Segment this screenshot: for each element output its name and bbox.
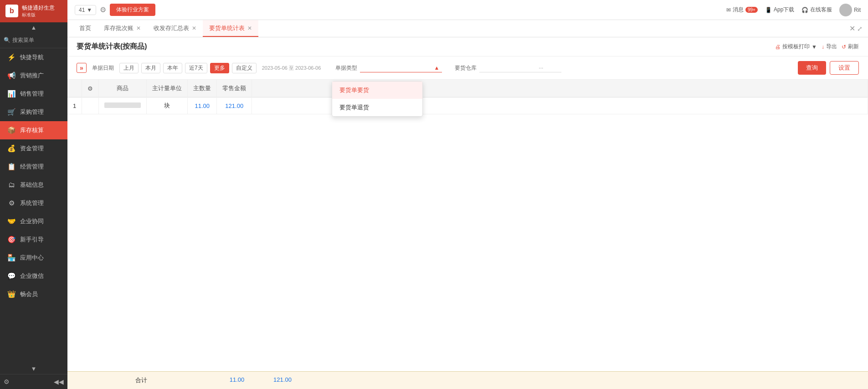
col-product: 商品 — [99, 80, 147, 97]
warehouse-label: 要货仓库 — [455, 64, 477, 72]
topbar-right: ✉ 消息 99+ 📱 App下载 🎧 在线客服 Rit — [726, 4, 861, 16]
date-btn-this-month[interactable]: 本月 — [141, 63, 160, 73]
type-select-chevron-up: ▲ — [434, 65, 439, 71]
col-amount: 零售金额 — [217, 80, 252, 97]
type-dropdown: 要货单要货 要货单退货 — [332, 81, 423, 117]
print-icon: 🖨 — [775, 44, 781, 50]
sidebar-item-purchase[interactable]: 🛒 采购管理 — [0, 103, 67, 121]
close-all-icon: ✕ — [849, 24, 855, 33]
main-content: 41 ▼ ⚙ 体验行业方案 ✉ 消息 99+ 📱 App下载 🎧 在线客服 R — [67, 0, 868, 389]
col-quantity: 主数量 — [188, 80, 217, 97]
filter-warehouse: 要货仓库 ··· — [455, 64, 561, 72]
service-icon: 🎧 — [801, 7, 808, 13]
member-icon: 👑 — [7, 290, 15, 298]
sidebar-item-sales[interactable]: 📊 销售管理 — [0, 85, 67, 103]
footer-label: 合计 — [114, 376, 169, 384]
cell-unit: 块 — [147, 97, 188, 114]
page-actions: 🖨 按模板打印 ▼ ↓ 导出 ↺ 刷新 — [775, 43, 859, 51]
page-title: 要货单统计表(按商品) — [77, 42, 147, 51]
refresh-icon: ↺ — [842, 44, 846, 50]
refresh-button[interactable]: ↺ 刷新 — [842, 43, 859, 51]
footer-settings-spacer — [96, 376, 114, 384]
online-service-button[interactable]: 🎧 在线客服 — [801, 6, 832, 14]
app-name: 畅捷通好生意 标准版 — [22, 5, 55, 18]
tab-batch-account[interactable]: 库存批次账 ✕ — [98, 20, 147, 37]
app-download-button[interactable]: 📱 App下载 — [765, 6, 794, 14]
footer-num-spacer — [73, 376, 96, 384]
query-button[interactable]: 查询 — [798, 61, 826, 75]
footer-row: 合计 11.00 121.00 — [73, 376, 863, 384]
sidebar-item-basic[interactable]: 🗂 基础信息 — [0, 176, 67, 194]
sidebar-item-guide[interactable]: 🎯 新手引导 — [0, 230, 67, 249]
sidebar-item-wechat[interactable]: 💬 企业微信 — [0, 267, 67, 285]
topbar: 41 ▼ ⚙ 体验行业方案 ✉ 消息 99+ 📱 App下载 🎧 在线客服 R — [67, 0, 868, 20]
quick-nav-icon: ⚡ — [7, 53, 15, 61]
appstore-icon: 🏪 — [7, 254, 15, 262]
sidebar-nav: ⚡ 快捷导航 📢 营销推广 📊 销售管理 🛒 采购管理 📦 库存核算 💰 资金管… — [0, 48, 67, 363]
tab-close-order[interactable]: ✕ — [247, 25, 252, 31]
tab-close-batch[interactable]: ✕ — [136, 25, 141, 31]
page-header: 要货单统计表(按商品) 🖨 按模板打印 ▼ ↓ 导出 ↺ 刷新 — [67, 37, 868, 56]
date-range-text: 2023-05-06 至 2023-06-06 — [262, 65, 321, 72]
sidebar: b 畅捷通好生意 标准版 ▲ 🔍 搜索菜单 ⚡ 快捷导航 📢 营销推广 📊 销售… — [0, 0, 67, 389]
sidebar-item-quick-nav[interactable]: ⚡ 快捷导航 — [0, 48, 67, 67]
date-btn-custom[interactable]: 自定义 — [232, 63, 257, 73]
maximize-icon: ⤢ — [857, 25, 863, 32]
sidebar-item-finance[interactable]: 💰 资金管理 — [0, 139, 67, 158]
sidebar-scroll-up[interactable]: ▲ — [0, 22, 67, 33]
sidebar-header: b 畅捷通好生意 标准版 — [0, 0, 67, 22]
logo-icon: b — [5, 5, 18, 17]
tab-order-summary[interactable]: 要货单统计表 ✕ — [203, 20, 258, 37]
sidebar-scroll-down[interactable]: ▼ — [0, 363, 67, 374]
chevron-down-icon: ▼ — [87, 7, 92, 13]
export-button[interactable]: ↓ 导出 — [822, 43, 837, 51]
date-btn-prev-month[interactable]: 上月 — [119, 63, 139, 73]
col-settings[interactable]: ⚙ — [82, 80, 99, 97]
date-btn-7days[interactable]: 近7天 — [185, 63, 207, 73]
set-button[interactable]: 设置 — [830, 61, 859, 75]
sidebar-item-inventory[interactable]: 📦 库存核算 — [0, 121, 67, 139]
type-select[interactable]: ▲ — [360, 64, 442, 72]
basic-icon: 🗂 — [7, 181, 15, 189]
sidebar-item-appstore[interactable]: 🏪 应用中心 — [0, 249, 67, 267]
trial-button[interactable]: 体验行业方案 — [110, 4, 155, 16]
cell-settings — [82, 97, 99, 114]
user-avatar[interactable]: Rit — [839, 4, 861, 16]
print-button[interactable]: 🖨 按模板打印 ▼ — [775, 43, 817, 51]
sidebar-search[interactable]: 🔍 搜索菜单 — [0, 33, 67, 48]
date-filters: 上月 本月 本年 近7天 更多 自定义 — [119, 63, 257, 73]
date-btn-this-year[interactable]: 本年 — [163, 63, 182, 73]
tab-receive-summary[interactable]: 收发存汇总表 ✕ — [147, 20, 203, 37]
page-selector[interactable]: 41 ▼ — [75, 5, 96, 15]
filter-expand-button[interactable]: » — [77, 63, 87, 73]
sidebar-item-enterprise[interactable]: 🤝 企业协同 — [0, 212, 67, 230]
messages-button[interactable]: ✉ 消息 99+ — [726, 6, 758, 14]
sidebar-item-system[interactable]: ⚙ 系统管理 — [0, 194, 67, 212]
settings-icon[interactable]: ⚙ — [4, 378, 10, 385]
filter-right-buttons: 查询 设置 — [798, 61, 859, 75]
gear-button[interactable]: ⚙ — [100, 5, 106, 14]
filter-type: 单据类型 ▲ — [335, 64, 442, 72]
warehouse-select[interactable]: ··· — [479, 64, 561, 72]
tab-close-all[interactable]: ✕ ⤢ — [849, 24, 863, 33]
inventory-icon: 📦 — [7, 126, 15, 134]
cell-row-num: 1 — [67, 97, 82, 114]
dropdown-item-order-goods[interactable]: 要货单要货 — [332, 82, 422, 99]
table-header-row: ⚙ 商品 主计量单位 主数量 零售金额 — [67, 80, 868, 97]
sidebar-item-operation[interactable]: 📋 经营管理 — [0, 158, 67, 176]
date-btn-more[interactable]: 更多 — [210, 63, 229, 73]
filter-bar: » 单据日期 上月 本月 本年 近7天 更多 自定义 2023-05-06 至 … — [67, 56, 868, 80]
tab-close-receive[interactable]: ✕ — [192, 25, 196, 31]
footer-quantity: 11.00 — [214, 376, 260, 384]
data-table: ⚙ 商品 主计量单位 主数量 零售金额 1 块 11.00 1 — [67, 80, 868, 114]
tab-home[interactable]: 首页 — [73, 20, 98, 37]
sidebar-item-marketing[interactable]: 📢 营销推广 — [0, 67, 67, 85]
collapse-icon[interactable]: ◀◀ — [54, 378, 64, 385]
footer-amount: 121.00 — [260, 376, 305, 384]
marketing-icon: 📢 — [7, 72, 15, 80]
warehouse-ellipsis[interactable]: ··· — [539, 65, 543, 71]
sidebar-item-member[interactable]: 👑 畅会员 — [0, 285, 67, 303]
dropdown-item-order-return[interactable]: 要货单退货 — [332, 99, 422, 116]
table-footer: 合计 11.00 121.00 — [67, 371, 868, 389]
col-row-num — [67, 80, 82, 97]
